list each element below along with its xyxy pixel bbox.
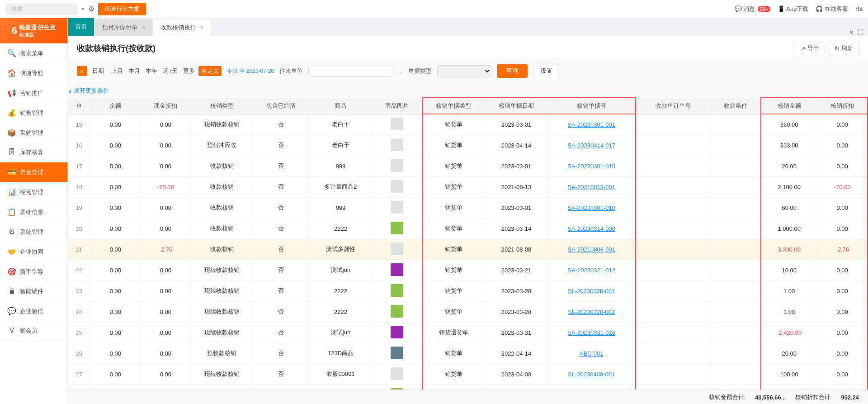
bill-no-link[interactable]: SA-20230331-026 — [567, 329, 615, 336]
refresh-button[interactable]: ↻ 刷新 — [829, 42, 859, 55]
bill-no-link[interactable]: SA-20210813-001 — [567, 184, 615, 190]
app-download-btn[interactable]: 📱 App下载 — [778, 5, 808, 13]
sidebar-label-member: 畅会员 — [20, 327, 38, 335]
sidebar-items: 🔍搜索菜单🏠快捷导航📢营销推广💰销售管理📦采购管理🗄库存核算💳资金管理📊经营管理… — [0, 43, 67, 341]
topbar-right: 💬 消息 99+ 📱 App下载 🎧 在线客服 Rit — [735, 5, 863, 13]
cell-verify_bill_no[interactable]: SA-20230301-010 — [547, 197, 635, 218]
online-service-btn[interactable]: 🎧 在线客服 — [816, 5, 848, 13]
cell-balance: 0.00 — [90, 218, 141, 239]
bill-no-link[interactable]: ABC-001 — [580, 350, 604, 357]
cell-product: 衣服00001 — [309, 364, 372, 385]
sidebar-item-marketing[interactable]: 📢营销推广 — [0, 83, 67, 103]
sidebar: 6 畅捷通·好生意 标准版 🔍搜索菜单🏠快捷导航📢营销推广💰销售管理📦采购管理🗄… — [0, 18, 68, 404]
cell-balance: 0.00 — [90, 280, 141, 301]
cell-verify_bill_date: 2023-03-14 — [485, 218, 548, 239]
query-button[interactable]: 查询 — [497, 64, 528, 78]
bill-no-link[interactable]: SA-20230414-017 — [567, 142, 615, 149]
filter-expand-button[interactable]: » — [77, 66, 87, 76]
cell-verify_bill_no[interactable]: SL-20230328-001 — [547, 280, 635, 301]
cell-verify_bill_no[interactable]: SA-20210808-001 — [547, 239, 635, 260]
cell-product: 999 — [309, 197, 372, 218]
export-button[interactable]: ↗ 导出 — [795, 42, 825, 55]
cell-verify_bill_no[interactable]: SA-20230301-001 — [547, 114, 635, 135]
sidebar-item-enterprise[interactable]: 🤝企业协同 — [0, 242, 67, 262]
cell-verify_bill_no[interactable]: SA-20230414-017 — [547, 135, 635, 156]
sidebar-item-search[interactable]: 🔍搜索菜单 — [0, 43, 67, 63]
company-input[interactable] — [308, 66, 392, 77]
sidebar-item-guide[interactable]: 🎯新手引导 — [0, 262, 67, 282]
bill-no-link[interactable]: SL-20230328-001 — [568, 288, 615, 295]
setting-button[interactable]: 设置 — [533, 64, 560, 78]
bill-no-link[interactable]: SA-20230301-001 — [567, 121, 615, 128]
sidebar-item-sales[interactable]: 💰销售管理 — [0, 103, 67, 123]
topbar-gear-icon[interactable]: ⚙ — [88, 5, 94, 13]
last7days-btn[interactable]: 近7天 — [161, 66, 179, 76]
sidebar-item-purchase[interactable]: 📦采购管理 — [0, 123, 67, 143]
receipt-type-select[interactable] — [437, 65, 491, 77]
bill-no-link[interactable]: SA-20230301-010 — [567, 204, 615, 211]
cell-verify_bill_no[interactable]: SL-20230328-002 — [547, 301, 635, 322]
sidebar-item-member[interactable]: V畅会员 — [0, 321, 67, 341]
this-year-btn[interactable]: 本年 — [144, 66, 159, 76]
footer-verify-amount-label: 核销金额合计: — [709, 393, 746, 401]
footer-verify-discount-total: 952.24 — [841, 394, 859, 401]
sidebar-item-inventory[interactable]: 🗄库存核算 — [0, 143, 67, 162]
sidebar-item-system[interactable]: ⚙系统管理 — [0, 222, 67, 242]
cell-receipt_condition — [711, 176, 761, 197]
bill-no-link[interactable]: SA-20230321-012 — [567, 267, 615, 274]
sidebar-item-operation[interactable]: 📊经营管理 — [0, 182, 67, 202]
sidebar-item-basic[interactable]: 📋基础信息 — [0, 202, 67, 222]
cell-verify_bill_no[interactable]: SL-20230408-001 — [547, 364, 635, 385]
cell-verify_bill_no[interactable]: SA-20230314-008 — [547, 218, 635, 239]
cell-cash_discount: 0.00 — [141, 135, 191, 156]
cell-verify_bill_no[interactable]: SL-20230418-001 — [547, 385, 635, 390]
cell-include_settled: 否 — [253, 156, 309, 176]
cell-verify_bill_type: 销货单 — [422, 385, 485, 390]
expand-more-btn[interactable]: ∨ 展开更多条件 — [68, 87, 868, 95]
cell-verify_bill_no[interactable]: SA-20230301-010 — [547, 156, 635, 176]
cell-verify_type: 现续收款核销 — [191, 322, 253, 343]
bill-no-link[interactable]: SA-20210808-001 — [567, 246, 615, 253]
sidebar-icon-purchase: 📦 — [7, 128, 16, 137]
topbar-search[interactable]: 搜索 — [5, 3, 78, 15]
user-label[interactable]: Rit — [855, 5, 863, 12]
cell-verify_bill_no[interactable]: ABC-001 — [547, 343, 635, 364]
cell-verify_amount: 10.00 — [761, 260, 817, 280]
close-icon[interactable]: ✕ — [849, 29, 854, 36]
solution-button[interactable]: 休验行业方案 — [98, 3, 146, 15]
sidebar-item-shortcut[interactable]: 🏠快捷导航 — [0, 63, 67, 83]
cell-product_img — [372, 301, 422, 322]
sidebar-item-finance[interactable]: 💳资金管理 — [0, 162, 67, 182]
tab-close-collection[interactable]: × — [200, 24, 203, 31]
tab-close-prepay[interactable]: × — [142, 24, 145, 31]
sidebar-label-wechat: 企业微信 — [20, 307, 43, 315]
custom-date-btn[interactable]: 自定义 — [198, 66, 222, 76]
sidebar-item-wechat[interactable]: 💬企业微信 — [0, 301, 67, 321]
cell-include_settled: 否 — [253, 260, 309, 280]
cell-verify_bill_no[interactable]: SA-20230331-026 — [547, 322, 635, 343]
cell-product_img — [372, 135, 422, 156]
tab-prepay[interactable]: 预付冲应付单× — [95, 19, 152, 36]
cell-product: 2222 — [309, 218, 372, 239]
sidebar-item-smart[interactable]: 🖥智能硬件 — [0, 282, 67, 301]
bill-no-link[interactable]: SL-20230408-001 — [568, 371, 615, 378]
sidebar-icon-smart: 🖥 — [7, 287, 16, 295]
more-date-btn[interactable]: 更多 — [181, 66, 197, 76]
tab-home[interactable]: 首页 — [68, 18, 94, 36]
cell-verify_bill_no[interactable]: SA-20230321-012 — [547, 260, 635, 280]
expand-icon[interactable]: ⛶ — [858, 29, 863, 36]
sidebar-label-purchase: 采购管理 — [20, 129, 43, 137]
sidebar-icon-marketing: 📢 — [7, 89, 16, 97]
bill-no-link[interactable]: SA-20230314-008 — [567, 225, 615, 232]
tab-list: 首页预付冲应付单×收款核销执行× — [68, 18, 849, 36]
last-month-btn[interactable]: 上月 — [109, 66, 125, 76]
tab-collection[interactable]: 收款核销执行× — [153, 19, 211, 36]
cell-cash_discount: 0.00 — [141, 385, 191, 390]
cell-verify_discount: 0.00 — [817, 343, 868, 364]
cell-verify_bill_no[interactable]: SA-20210813-001 — [547, 176, 635, 197]
bill-no-link[interactable]: SA-20230301-010 — [567, 163, 615, 170]
messages-btn[interactable]: 💬 消息 99+ — [735, 5, 771, 13]
bill-no-link[interactable]: SL-20230328-002 — [568, 309, 615, 315]
this-month-btn[interactable]: 本月 — [127, 66, 142, 76]
col-header-product_img: 商品图片 — [372, 98, 422, 114]
